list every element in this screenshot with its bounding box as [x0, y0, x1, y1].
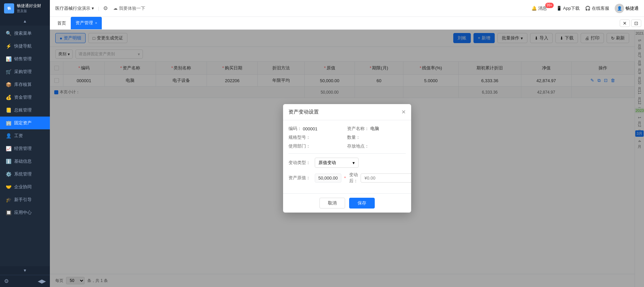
sidebar-scroll-up[interactable]: ▲ [0, 17, 50, 26]
sidebar-item-purchase[interactable]: 🛒 采购管理 [0, 65, 50, 78]
username: 畅捷通 [625, 5, 639, 11]
avatar: 👤 [615, 4, 624, 13]
fixed-assets-icon: 🏢 [5, 120, 11, 126]
app-title: 畅捷通好业财 [17, 3, 41, 9]
sidebar-scroll-down[interactable]: ▼ [0, 266, 50, 275]
close-tab-icon[interactable]: × [95, 21, 97, 25]
sidebar-item-label: 销售管理 [14, 56, 32, 62]
sidebar-item-ledger[interactable]: 📒 总账管理 [0, 104, 50, 117]
user-profile[interactable]: 👤 畅捷通 [615, 4, 639, 13]
dialog-code-label: 编码： [288, 126, 302, 132]
asset-management-label: 资产管理 [75, 20, 93, 26]
chevron-down-icon: ▾ [352, 160, 355, 165]
topbar-settings-icon[interactable]: ⚙ [103, 5, 108, 11]
sidebar-item-label: 资金管理 [14, 94, 32, 100]
content-area: ● 资产明细 □ 变更生成凭证 刘账 + 新增 批量操作 ▾ [50, 30, 644, 287]
sidebar-item-business[interactable]: 📈 经营管理 [0, 142, 50, 155]
collapse-sidebar-button[interactable]: ◀▶ [38, 278, 46, 284]
sidebar-item-app-center[interactable]: 🔲 应用中心 [0, 206, 50, 219]
sidebar: 畅 畅捷通好业财 普及版 ▲ 🔍 搜索菜单 ⚡ 快捷导航 📊 销售管理 🛒 采购… [0, 0, 50, 287]
app-download-btn[interactable]: 📱 App下载 [556, 5, 580, 11]
topbar: 医疗器械行业演示 ▾ | ⚙ ☁ 我要体验一下 🔔 消息 99+ 📱 App下载… [50, 0, 644, 17]
dialog-title: 资产变动设置 [288, 109, 319, 115]
sidebar-item-capital[interactable]: 💰 资金管理 [0, 91, 50, 104]
dialog-header: 资产变动设置 ✕ [283, 104, 411, 120]
dialog-close-button[interactable]: ✕ [401, 109, 406, 115]
experience-btn[interactable]: ☁ 我要体验一下 [113, 5, 145, 11]
sidebar-item-label: 快捷导航 [14, 43, 32, 49]
sidebar-item-label: 企业协同 [14, 184, 32, 190]
after-value-input[interactable] [361, 173, 411, 183]
sidebar-item-label: 固定资产 [14, 120, 32, 126]
change-type-label: 变动类型： [288, 160, 312, 166]
maximize-window-button[interactable]: ⊡ [631, 20, 641, 27]
business-icon: 📈 [5, 146, 11, 152]
after-required-mark: * [344, 176, 346, 181]
dialog-spec-label: 规格型号： [288, 134, 310, 140]
tab-home[interactable]: 首页 [53, 17, 71, 29]
tab-asset-management[interactable]: 资产管理 × [71, 17, 102, 29]
sidebar-item-basic-info[interactable]: ℹ️ 基础信息 [0, 155, 50, 168]
dialog-dept-label: 使用部门： [288, 143, 310, 149]
corp-coop-icon: 🤝 [5, 184, 11, 190]
after-label: 变动后： [349, 172, 358, 184]
change-type-value: 原值变动 [318, 160, 336, 166]
purchase-icon: 🛒 [5, 69, 11, 75]
sidebar-item-payroll[interactable]: 👤 工资 [0, 129, 50, 142]
online-service-label: 在线客服 [592, 5, 609, 11]
tabs-right-controls: ✕ ⊡ [620, 20, 644, 27]
sidebar-item-label: 搜索菜单 [14, 30, 32, 36]
sidebar-item-system[interactable]: ⚙️ 系统管理 [0, 168, 50, 181]
change-type-select[interactable]: 原值变动 ▾ [315, 158, 359, 168]
dialog-body: 编码： 000001 资产名称： 电脑 规格型号： 数量： [283, 120, 411, 193]
online-service-btn[interactable]: 🎧 在线客服 [585, 5, 609, 11]
asset-change-dialog: 资产变动设置 ✕ 编码： 000001 资产名称： 电脑 [283, 104, 411, 213]
sales-icon: 📊 [5, 56, 11, 62]
guide-icon: 🎓 [5, 197, 11, 203]
sidebar-item-label: 应用中心 [14, 210, 32, 216]
sidebar-item-label: 新手引导 [14, 197, 32, 203]
cancel-button[interactable]: 取消 [319, 198, 345, 209]
inventory-icon: 📦 [5, 82, 11, 88]
topbar-separator: | [98, 6, 99, 11]
dialog-quantity-item: 数量： [347, 134, 406, 140]
app-download-label: App下载 [563, 5, 580, 11]
ledger-icon: 📒 [5, 107, 11, 113]
mobile-icon: 📱 [556, 6, 562, 11]
sidebar-header: 畅 畅捷通好业财 普及版 [0, 0, 50, 17]
messages-btn[interactable]: 🔔 消息 99+ [531, 5, 551, 11]
sidebar-item-guide[interactable]: 🎓 新手引导 [0, 193, 50, 206]
company-selector[interactable]: 医疗器械行业演示 ▾ [55, 5, 94, 11]
capital-icon: 💰 [5, 94, 11, 100]
sidebar-item-quick-nav[interactable]: ⚡ 快捷导航 [0, 40, 50, 53]
modal-overlay: 资产变动设置 ✕ 编码： 000001 资产名称： 电脑 [50, 30, 644, 287]
sidebar-item-sales[interactable]: 📊 销售管理 [0, 53, 50, 65]
sidebar-item-label: 总账管理 [14, 107, 32, 113]
sidebar-item-label: 工资 [14, 133, 23, 139]
dialog-location-label: 存放地点： [347, 143, 369, 149]
bell-icon: 🔔 [531, 6, 537, 11]
save-button[interactable]: 保存 [349, 198, 375, 209]
dialog-info-grid: 编码： 000001 资产名称： 电脑 规格型号： 数量： [288, 126, 406, 154]
sidebar-item-search[interactable]: 🔍 搜索菜单 [0, 27, 50, 40]
original-label: 资产原值： [288, 175, 312, 181]
app-edition: 普及版 [17, 9, 41, 13]
dialog-asset-name-label: 资产名称： [347, 126, 369, 132]
cloud-icon: ☁ [113, 6, 118, 11]
dialog-spec-item: 规格型号： [288, 134, 347, 140]
sidebar-item-label: 库存核算 [14, 82, 32, 88]
experience-label: 我要体验一下 [119, 5, 145, 11]
payroll-icon: 👤 [5, 133, 11, 139]
sidebar-item-inventory[interactable]: 📦 库存核算 [0, 78, 50, 91]
settings-button[interactable]: ⚙ [4, 278, 9, 284]
home-tab-label: 首页 [57, 20, 66, 26]
close-window-button[interactable]: ✕ [620, 20, 630, 27]
sidebar-item-label: 采购管理 [14, 69, 32, 75]
app-logo: 畅 [4, 3, 14, 13]
dialog-code-value: 000001 [303, 126, 317, 131]
system-icon: ⚙️ [5, 171, 11, 177]
sidebar-item-fixed-assets[interactable]: 🏢 固定资产 [0, 117, 50, 129]
dialog-footer: 取消 保存 [283, 193, 411, 213]
sidebar-item-corp-coop[interactable]: 🤝 企业协同 [0, 181, 50, 193]
sidebar-item-label: 经营管理 [14, 146, 32, 152]
